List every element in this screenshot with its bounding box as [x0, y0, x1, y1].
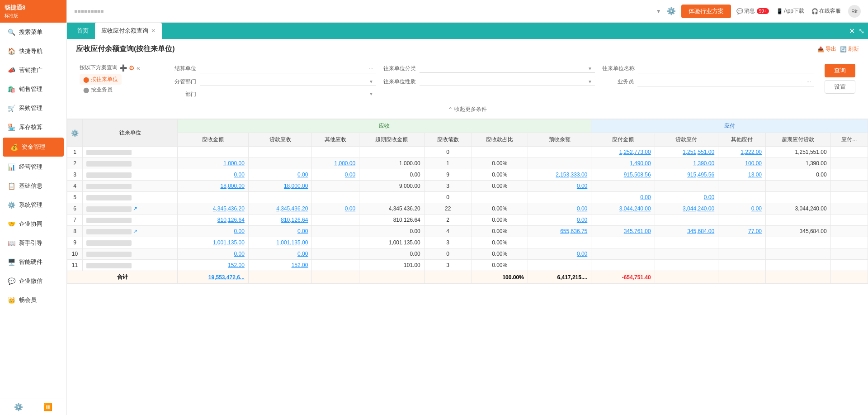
message-area[interactable]: 💬 消息 99+: [736, 7, 769, 15]
table-cell[interactable]: 0.00: [178, 248, 249, 260]
dropdown-icon[interactable]: ▼: [656, 8, 661, 14]
table-cell[interactable]: 0.00: [178, 169, 249, 181]
collapse-scheme-icon[interactable]: «: [137, 64, 140, 72]
table-cell[interactable]: 13.00: [718, 169, 766, 181]
sidebar-item-inventory[interactable]: 🏪 库存核算: [0, 118, 66, 137]
sidebar-item-weixin[interactable]: 💬 企业微信: [0, 272, 66, 291]
table-cell[interactable]: 0.00: [591, 192, 655, 203]
nature-select[interactable]: ▼: [420, 78, 595, 86]
table-cell: [472, 192, 528, 203]
table-cell[interactable]: 2,153,333.00: [528, 169, 591, 181]
table-row: 91,001,135.001,001,135.001,001,135.0030.…: [67, 237, 868, 248]
category-select[interactable]: ▼: [420, 65, 595, 73]
table-cell[interactable]: 0.00: [248, 169, 311, 181]
table-cell[interactable]: 0.00: [718, 203, 766, 215]
table-cell[interactable]: 152.00: [178, 260, 249, 271]
table-cell[interactable]: 0.00: [248, 226, 311, 237]
sidebar-item-purchase[interactable]: 🛒 采购管理: [0, 99, 66, 118]
table-cell[interactable]: 1,222.00: [718, 147, 766, 158]
filter-salesperson: 业务员 ···: [602, 77, 814, 86]
department-select[interactable]: ▼: [200, 90, 376, 98]
table-cell[interactable]: 1,001,135.00: [248, 237, 311, 248]
sidebar-item-marketing[interactable]: 📣 营销推广: [0, 61, 66, 80]
filter-by-salesperson[interactable]: ⬤ 按业务员: [80, 85, 116, 95]
th-settings[interactable]: ⚙️: [67, 119, 83, 147]
table-cell[interactable]: 0.00: [312, 203, 359, 215]
add-scheme-icon[interactable]: ➕: [119, 64, 127, 72]
tab-close-all-icon[interactable]: ✕: [849, 27, 855, 35]
sidebar-item-member[interactable]: 👑 畅会员: [0, 291, 66, 310]
table-cell[interactable]: 18,000.00: [178, 181, 249, 192]
set-button[interactable]: 设置: [825, 80, 855, 94]
table-cell[interactable]: 0.00: [528, 248, 591, 260]
settings-topbar-icon[interactable]: ⚙️: [667, 7, 676, 15]
sidebar-item-guide[interactable]: 📖 新手引导: [0, 234, 66, 253]
table-cell[interactable]: 4,345,436.20: [248, 203, 311, 215]
tab-home[interactable]: 首页: [71, 23, 95, 39]
query-button[interactable]: 查询: [825, 64, 855, 77]
table-cell[interactable]: 152.00: [248, 260, 311, 271]
table-cell[interactable]: 810,126.64: [178, 215, 249, 226]
settings-bottom-icon[interactable]: ⚙️: [14, 403, 23, 411]
th-partner: 往来单位: [83, 119, 178, 147]
table-cell: [766, 248, 831, 260]
table-cell[interactable]: 77.00: [718, 226, 766, 237]
filter-by-partner[interactable]: ⬤ 按往来单位: [80, 74, 122, 85]
sidebar-item-basic[interactable]: 📋 基础信息: [0, 176, 66, 196]
tab-expand-icon[interactable]: ⤡: [859, 27, 864, 35]
table-cell[interactable]: 18,000.00: [248, 181, 311, 192]
sidebar-item-quicknav[interactable]: 🏠 快捷导航: [0, 42, 66, 61]
table-cell[interactable]: 345,684.00: [655, 226, 718, 237]
table-cell[interactable]: 1,001,135.00: [178, 237, 249, 248]
table-cell[interactable]: 0.00: [655, 192, 718, 203]
table-cell[interactable]: 0.00: [528, 203, 591, 215]
collapse-icon[interactable]: ⏸️: [43, 403, 52, 411]
tab-arquery[interactable]: 应收应付余额查询 ✕: [95, 23, 162, 39]
sidebar-item-search[interactable]: 🔍 搜索菜单: [0, 23, 66, 42]
sidebar-item-hardware[interactable]: 🖥️ 智能硬件: [0, 253, 66, 272]
table-cell[interactable]: 1,000.00: [178, 158, 249, 169]
table-cell[interactable]: 655,636.75: [528, 226, 591, 237]
table-cell[interactable]: 1,490.00: [591, 158, 655, 169]
table-cell[interactable]: 345,761.00: [591, 226, 655, 237]
salesperson-input[interactable]: ···: [637, 77, 814, 86]
sidebar-item-management[interactable]: 📊 经营管理: [0, 157, 66, 176]
sidebar-item-sales[interactable]: 🛍️ 销售管理: [0, 80, 66, 99]
app-download[interactable]: 📱 App下载: [776, 7, 804, 15]
table-cell[interactable]: 4,345,436.20: [178, 203, 249, 215]
export-button[interactable]: 📤 导出: [817, 45, 836, 53]
settlement-input[interactable]: ···: [200, 64, 376, 73]
dept-select[interactable]: ▼: [200, 78, 376, 86]
table-cell[interactable]: 3,044,240.00: [591, 203, 655, 215]
footer-ar-amount[interactable]: 19,553,472,6...: [178, 271, 249, 284]
table-cell: [655, 248, 718, 260]
tab-close-icon[interactable]: ✕: [151, 28, 156, 34]
table-cell: 1,390.00: [766, 158, 831, 169]
table-cell[interactable]: 915,495.56: [655, 169, 718, 181]
table-cell[interactable]: 0.00: [528, 181, 591, 192]
table-cell[interactable]: 100.00: [718, 158, 766, 169]
table-cell[interactable]: 0.00: [312, 169, 359, 181]
refresh-button[interactable]: 🔄 刷新: [840, 45, 859, 53]
table-settings-icon[interactable]: ⚙️: [71, 129, 79, 137]
sidebar-item-finance[interactable]: 💰 资金管理: [3, 138, 64, 157]
table-cell[interactable]: 0.00: [528, 215, 591, 226]
department-arrow: ▼: [369, 91, 373, 96]
name-input[interactable]: [638, 64, 814, 73]
table-cell[interactable]: 1,390.00: [655, 158, 718, 169]
collapse-row[interactable]: ⌃ 收起更多条件: [76, 104, 859, 115]
solution-button[interactable]: 体验行业方案: [681, 5, 731, 18]
sidebar-item-system[interactable]: ⚙️ 系统管理: [0, 196, 66, 215]
table-cell[interactable]: 3,044,240.00: [655, 203, 718, 215]
online-service[interactable]: 🎧 在线客服: [811, 7, 841, 15]
edit-scheme-icon[interactable]: ⚙: [129, 64, 135, 72]
table-cell[interactable]: 915,508.56: [591, 169, 655, 181]
table-cell[interactable]: 1,251,551.00: [655, 147, 718, 158]
table-cell[interactable]: 1,252,773.00: [591, 147, 655, 158]
avatar[interactable]: Rit: [848, 5, 861, 18]
table-cell[interactable]: 810,126.64: [248, 215, 311, 226]
sidebar-item-corp[interactable]: 🤝 企业协同: [0, 215, 66, 234]
table-cell[interactable]: 0.00: [178, 226, 249, 237]
table-cell[interactable]: 0.00: [248, 248, 311, 260]
table-cell[interactable]: 1,000.00: [312, 158, 359, 169]
